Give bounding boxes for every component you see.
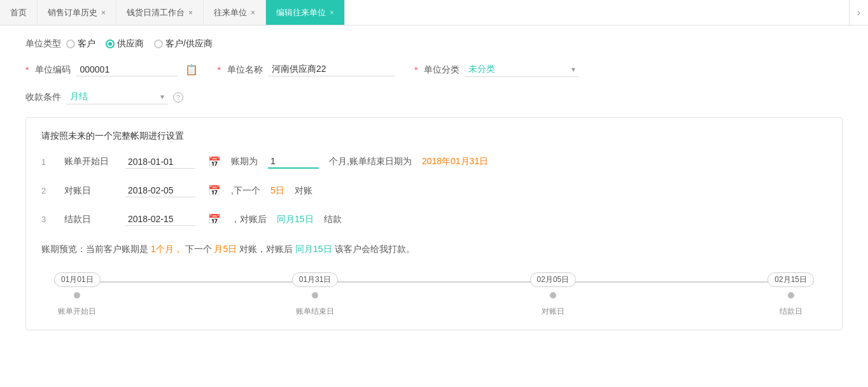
unit-category-label: 单位分类 [424,64,459,76]
timeline-label-2: 对账日 [542,306,564,317]
tab-edit-partner[interactable]: 编辑往来单位 × [266,0,345,25]
radio-customer-circle [66,39,75,48]
tab-cash-work[interactable]: 钱货日清工作台 × [116,0,204,25]
help-icon[interactable]: ? [173,92,183,102]
setting-row-2: 2 对账日 📅 ,下一个 5日 对账 [41,184,827,197]
row-label-1: 账单开始日 [64,156,115,167]
timeline-dot-2 [550,292,556,299]
period-settings-box: 请按照未来的一个完整帐期进行设置 1 账单开始日 📅 账期为 个月,账单结束日期… [25,117,843,330]
row-num-3: 3 [41,215,54,224]
preview-pay-suffix: 该客户会给我打款。 [335,244,415,254]
tab-partners-label: 往来单位 [214,7,247,18]
payment-value: 月结 [70,91,157,102]
radio-customer[interactable]: 客户 [66,38,95,50]
radio-supplier-label: 供应商 [117,38,144,50]
reconcile-highlight-day: 5日 [270,185,284,197]
timeline-point-2: 02月05日 对账日 [530,272,577,317]
tab-edit-close[interactable]: × [330,8,334,17]
cat-required: * [414,65,417,75]
timeline-point-1: 01月31日 账单结束日 [292,272,339,317]
payment-date-cal-icon[interactable]: 📅 [208,213,221,225]
radio-both[interactable]: 客户/供应商 [154,38,213,50]
preview-prefix: 账期预览：当前客户账期是 [41,244,148,254]
code-required: * [25,65,29,75]
unit-code-field: * 单位编码 📋 [25,63,198,76]
period-input[interactable] [268,155,319,169]
setting-row-1: 1 账单开始日 📅 账期为 个月,账单结束日期为 2018年01月31日 [41,155,827,169]
setting-row-3: 3 结款日 📅 ，对账后 同月15日 结款 [41,213,827,226]
timeline-point-0: 01月01日 账单开始日 [54,272,101,317]
tab-home-label: 首页 [10,7,27,18]
reconcile-date-cal-icon[interactable]: 📅 [208,185,221,197]
tab-cash-close[interactable]: × [188,8,193,17]
preview-reconcile-prefix: 下一个 [185,244,212,254]
payment-desc-suffix: 结款 [324,214,342,225]
radio-supplier-circle [106,39,115,48]
timeline-dot-3 [788,292,794,299]
category-dropdown-icon: ▾ [571,65,575,74]
row-num-1: 1 [41,157,54,167]
tab-partners-close[interactable]: × [251,8,255,17]
timeline-badge-2: 02月05日 [530,272,577,287]
unit-code-label: 单位编码 [35,64,71,76]
payment-desc-prefix: ，对账后 [231,214,267,225]
start-date-cal-icon[interactable]: 📅 [208,156,221,168]
timeline-dot-1 [312,292,318,299]
timeline-label-3: 结款日 [780,306,802,317]
code-calendar-icon[interactable]: 📋 [185,64,198,76]
name-required: * [217,65,220,75]
period-end-date: 2018年01月31日 [422,156,488,167]
tab-sales-label: 销售订单历史 [48,7,97,18]
unit-info-row: * 单位编码 📋 * 单位名称 * 单位分类 未分类 ▾ [25,62,843,77]
unit-category-value: 未分类 [468,64,568,75]
radio-supplier[interactable]: 供应商 [106,38,144,50]
unit-name-input[interactable] [268,63,395,76]
period-desc-prefix: 账期为 [231,156,258,167]
row-label-2: 对账日 [64,185,115,197]
reconcile-date-input[interactable] [125,184,195,197]
unit-type-field: 单位类型 客户 供应商 客户/供应商 [25,38,213,50]
main-content: 单位类型 客户 供应商 客户/供应商 * 单位编码 [0,25,868,387]
unit-name-label: 单位名称 [227,64,263,76]
tab-sales-history[interactable]: 销售订单历史 × [38,0,116,25]
preview-reconcile-suffix: 对账，对账后 [239,244,293,254]
timeline-dot-0 [74,292,80,299]
unit-category-select[interactable]: 未分类 ▾ [465,62,579,77]
tab-sales-close[interactable]: × [101,8,106,17]
unit-category-field: * 单位分类 未分类 ▾ [414,62,579,77]
unit-code-input[interactable] [76,63,178,76]
reconcile-desc-prefix: ,下一个 [231,185,260,197]
payment-select[interactable]: 月结 ▾ [66,90,168,104]
tab-more-arrow[interactable]: › [849,0,868,25]
row-label-3: 结款日 [64,214,115,225]
unit-type-row: 单位类型 客户 供应商 客户/供应商 [25,38,843,50]
timeline-points: 01月01日 账单开始日 01月31日 账单结束日 02月05日 对账日 02月… [54,272,814,317]
unit-name-field: * 单位名称 [217,63,395,76]
preview-months: 1个月， [151,244,183,254]
timeline-badge-0: 01月01日 [54,272,101,287]
tab-partners[interactable]: 往来单位 × [204,0,266,25]
timeline-label-1: 账单结束日 [296,306,334,317]
preview-text: 账期预览：当前客户账期是 1个月， 下一个 月5日 对账，对账后 同月15日 该… [41,241,827,257]
tab-cash-label: 钱货日清工作台 [127,7,185,18]
radio-both-circle [154,39,163,48]
tab-bar: 首页 销售订单历史 × 钱货日清工作台 × 往来单位 × 编辑往来单位 × › [0,0,868,25]
timeline-point-3: 02月15日 结款日 [767,272,814,317]
timeline-badge-1: 01月31日 [292,272,339,287]
payment-field: 收款条件 月结 ▾ ? [25,90,183,104]
radio-customer-label: 客户 [78,38,95,50]
tab-home[interactable]: 首页 [0,0,38,25]
payment-date-input[interactable] [125,213,195,226]
preview-reconcile-day: 月5日 [214,244,237,254]
period-desc-suffix: 个月,账单结束日期为 [329,156,412,167]
reconcile-desc-suffix: 对账 [295,185,312,197]
timeline-badge-3: 02月15日 [767,272,814,287]
box-title: 请按照未来的一个完整帐期进行设置 [41,130,827,142]
row-num-2: 2 [41,186,54,195]
payment-row: 收款条件 月结 ▾ ? [25,90,843,104]
start-date-input[interactable] [125,155,195,169]
unit-type-radios: 客户 供应商 客户/供应商 [66,38,213,50]
payment-dropdown-icon: ▾ [160,92,164,101]
payment-highlight-day: 同月15日 [277,214,314,225]
timeline: 01月01日 账单开始日 01月31日 账单结束日 02月05日 对账日 02月… [41,272,827,317]
